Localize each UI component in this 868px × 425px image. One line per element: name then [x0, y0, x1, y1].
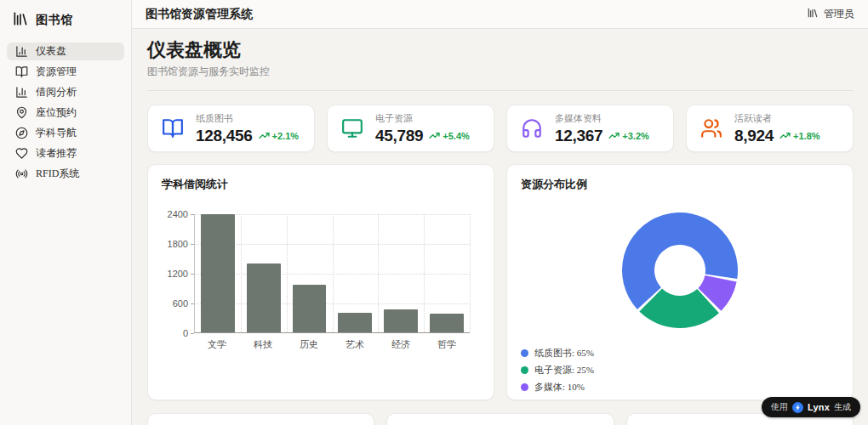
stat-trend: +5.4% — [429, 130, 470, 141]
bottom-cards-row: 快速操作系统状态最近通知 — [147, 413, 854, 425]
bar-科技 — [247, 264, 281, 332]
bar-chart-plot — [194, 214, 470, 333]
stat-card-活跃读者: 活跃读者8,924+1.8% — [686, 105, 854, 152]
gridline — [470, 214, 471, 332]
legend-item: 电子资源: 25% — [521, 364, 594, 377]
charts-row: 学科借阅统计 0600120018002400文学科技历史艺术经济哲学 资源分布… — [147, 164, 854, 400]
stat-body: 电子资源45,789+5.4% — [375, 112, 470, 145]
radio-icon — [15, 167, 28, 180]
brand-name: 图书馆 — [36, 13, 73, 28]
lynx-badge[interactable]: 使用 Lynx 生成 — [762, 397, 860, 417]
donut-legend: 纸质图书: 65%电子资源: 25%多媒体: 10% — [521, 343, 594, 394]
trending-up-icon — [608, 130, 620, 141]
donut-chart-title: 资源分布比例 — [521, 177, 839, 192]
legend-label: 多媒体: 10% — [534, 381, 585, 394]
stat-label: 活跃读者 — [734, 112, 820, 125]
sidebar-item-label: 读者推荐 — [36, 146, 77, 161]
stat-value: 12,367 — [555, 127, 602, 145]
bar-历史 — [293, 285, 327, 333]
stat-card-纸质图书: 纸质图书128,456+2.1% — [147, 105, 315, 152]
bar-经济 — [384, 309, 418, 332]
sidebar-item-座位预约[interactable]: 座位预约 — [7, 104, 124, 122]
sidebar-item-label: RFID系统 — [36, 167, 79, 181]
sidebar-item-资源管理[interactable]: 资源管理 — [7, 63, 124, 81]
sidebar-item-label: 仪表盘 — [36, 44, 66, 59]
x-axis-label: 历史 — [286, 333, 332, 351]
legend-item: 多媒体: 10% — [521, 381, 594, 394]
bottom-card-快速操作: 快速操作 — [147, 413, 374, 425]
compass-icon — [15, 127, 28, 139]
bar-chart: 0600120018002400文学科技历史艺术经济哲学 — [162, 214, 480, 351]
sidebar-item-读者推荐[interactable]: 读者推荐 — [7, 144, 124, 162]
legend-label: 电子资源: 25% — [534, 364, 594, 377]
monitor-icon — [341, 117, 363, 139]
y-axis-tick-label: 1800 — [168, 239, 188, 249]
legend-item: 纸质图书: 65% — [521, 347, 594, 360]
legend-dot — [521, 349, 528, 357]
sidebar-item-RFID系统[interactable]: RFID系统 — [7, 165, 124, 183]
app-title: 图书馆资源管理系统 — [146, 7, 253, 22]
y-axis-tick-label: 1200 — [168, 269, 188, 279]
stat-trend: +2.1% — [259, 130, 300, 141]
x-axis-label: 哲学 — [424, 333, 470, 351]
stat-body: 纸质图书128,456+2.1% — [196, 112, 299, 145]
y-axis-tick — [191, 333, 194, 334]
donut-chart-card: 资源分布比例 纸质图书: 65%电子资源: 25%多媒体: 10% — [506, 164, 854, 400]
user-name: 管理员 — [824, 7, 854, 21]
page-title: 仪表盘概览 — [147, 39, 854, 60]
bottom-card-系统状态: 系统状态 — [386, 413, 614, 425]
stats-row: 纸质图书128,456+2.1%电子资源45,789+5.4%多媒体资料12,3… — [147, 105, 854, 152]
map-pin-icon — [15, 106, 28, 119]
trending-up-icon — [259, 130, 270, 141]
x-axis-label: 科技 — [240, 333, 286, 351]
topbar: 图书馆资源管理系统 管理员 — [132, 0, 868, 29]
book-open-icon — [15, 65, 28, 78]
page-subtitle: 图书馆资源与服务实时监控 — [147, 65, 854, 79]
stat-body: 多媒体资料12,367+3.2% — [555, 112, 649, 145]
bar-chart-icon — [15, 86, 28, 99]
user-menu[interactable]: 管理员 — [807, 7, 854, 22]
content-area: 仪表盘概览 图书馆资源与服务实时监控 纸质图书128,456+2.1%电子资源4… — [132, 29, 868, 425]
bar-哲学 — [430, 314, 464, 333]
users-icon — [700, 117, 722, 139]
sidebar-item-label: 资源管理 — [36, 65, 77, 79]
lynx-logo-icon — [792, 402, 803, 413]
sidebar-item-label: 座位预约 — [36, 105, 77, 120]
stat-label: 纸质图书 — [196, 112, 299, 125]
sidebar-nav: 仪表盘资源管理借阅分析座位预约学科导航读者推荐RFID系统 — [7, 42, 124, 183]
headphones-icon — [521, 117, 543, 139]
badge-prefix: 使用 — [771, 401, 788, 413]
stat-body: 活跃读者8,924+1.8% — [734, 112, 820, 145]
y-axis-tick-label: 0 — [183, 328, 188, 338]
legend-label: 纸质图书: 65% — [534, 347, 594, 360]
stat-label: 电子资源 — [375, 112, 470, 125]
main-column: 图书馆资源管理系统 管理员 仪表盘概览 图书馆资源与服务实时监控 纸质图书128… — [132, 0, 868, 425]
book-open-icon — [162, 117, 184, 139]
stat-card-多媒体资料: 多媒体资料12,367+3.2% — [506, 105, 674, 152]
sidebar: 图书馆 仪表盘资源管理借阅分析座位预约学科导航读者推荐RFID系统 — [0, 0, 132, 425]
y-axis-tick-label: 600 — [173, 298, 188, 309]
brand-logo: 图书馆 — [7, 7, 124, 42]
x-axis-label: 艺术 — [332, 333, 378, 351]
sidebar-item-label: 借阅分析 — [36, 85, 77, 99]
stat-label: 多媒体资料 — [555, 112, 649, 125]
legend-dot — [521, 383, 528, 391]
sidebar-item-label: 学科导航 — [36, 126, 77, 140]
stat-card-电子资源: 电子资源45,789+5.4% — [327, 105, 494, 152]
bar-chart-title: 学科借阅统计 — [162, 177, 480, 192]
trending-up-icon — [429, 130, 440, 141]
page-header: 仪表盘概览 图书馆资源与服务实时监控 — [147, 39, 854, 91]
bar-chart-card: 学科借阅统计 0600120018002400文学科技历史艺术经济哲学 — [147, 164, 494, 400]
sidebar-item-学科导航[interactable]: 学科导航 — [7, 124, 124, 142]
stat-value: 8,924 — [734, 127, 774, 145]
stat-value: 128,456 — [196, 127, 253, 145]
bar-文学 — [201, 214, 235, 332]
stat-trend: +1.8% — [779, 130, 820, 141]
library-icon — [12, 10, 29, 31]
stat-trend: +3.2% — [608, 130, 649, 141]
sidebar-item-仪表盘[interactable]: 仪表盘 — [7, 42, 124, 60]
x-axis-label: 经济 — [378, 333, 424, 351]
badge-suffix: 生成 — [834, 401, 851, 413]
trending-up-icon — [779, 130, 791, 141]
sidebar-item-借阅分析[interactable]: 借阅分析 — [7, 83, 124, 101]
